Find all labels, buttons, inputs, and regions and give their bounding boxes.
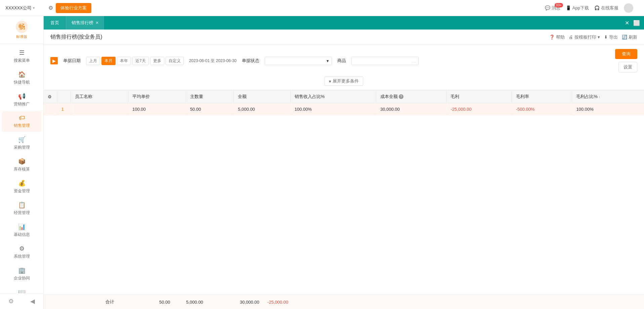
footer-label: 合计 [101,298,128,306]
expand-label: 展开更多条件 [333,78,359,84]
window-close-icon[interactable]: ✕ [624,18,631,28]
window-maximize-icon[interactable]: ⬜ [632,18,641,28]
sales-icon: 🏷 [19,114,25,121]
expand-conditions-btn[interactable]: ▾ 展开更多条件 [325,76,363,86]
sidebar-item-finance[interactable]: 💰 资金管理 [2,176,41,197]
content-area: 首页 销售排行榜 ✕ ✕ ⬜ 销售排行榜(按业务员) ❓ 帮助 [44,16,644,309]
basic-icon: 📊 [18,223,26,230]
more-btn[interactable]: ... [412,58,416,63]
sidebar-item-label: 销售管理 [14,123,30,128]
expand-row: ▾ 展开更多条件 [50,74,637,86]
date-btn-more[interactable]: 更多 [150,57,164,65]
footer-empty-rank [75,301,101,303]
message-area[interactable]: 💬 消息 99+ [545,5,560,11]
sales-pct-value: 100.00% [295,107,312,112]
cost-info-icon[interactable]: ? [399,94,403,99]
col-cost-label: 成本全额 [380,94,398,100]
sidebar-item-operation[interactable]: 📋 经营管理 [2,198,41,219]
export-icon: ⬇ [604,35,608,40]
filter-row-main: ▶ 单据日期 上月 本月 本年 近7天 更多 自定义 2023-06-01 至 … [50,49,637,72]
col-settings[interactable]: ⚙ [44,90,57,103]
sidebar-collapse-icon[interactable]: ◀ [29,296,36,306]
tab-bar: 首页 销售排行榜 ✕ ✕ ⬜ [44,16,644,30]
col-staff-label: 员工名称 [75,94,92,99]
sidebar-item-label: 经营管理 [14,210,30,216]
date-btn-this-year[interactable]: 本年 [117,57,131,65]
page-header: 销售排行榜(按业务员) ❓ 帮助 🖨 按模板打印 ▾ ⬇ 导出 [44,30,644,45]
sidebar-item-label: 基础信息 [14,232,30,238]
sidebar-item-label: 采购管理 [14,145,30,150]
refresh-btn[interactable]: 🔄 刷新 [622,34,637,40]
page-title: 销售排行榜(按业务员) [50,34,102,41]
sidebar-item-label: 系统管理 [14,254,30,259]
sidebar-item-enterprise[interactable]: 🏢 企业协同 [2,263,41,285]
export-label: 导出 [609,34,618,40]
sidebar-item-search[interactable]: ☰ 搜索菜单 [2,46,41,67]
tab-close-icon[interactable]: ✕ [95,20,99,25]
sidebar-item-basic[interactable]: 📊 基础信息 [2,220,41,241]
sidebar-logo: 畅 标准版 [0,16,43,44]
sidebar-item-marketing[interactable]: 📢 营销推广 [2,89,41,110]
date-btn-last-month[interactable]: 上月 [86,57,100,65]
col-gross-margin: 毛利率 [512,90,572,103]
help-btn[interactable]: ❓ 帮助 [549,34,565,40]
setting-button[interactable]: 设置 [618,62,637,72]
goods-filter-label: 商品 [337,58,346,64]
date-btn-7days[interactable]: 近7天 [132,57,149,65]
top-header: XXXXXX公司 ▾ ⚙ 体验行业方案 💬 消息 99+ 📱 App下载 🎧 在… [0,0,644,16]
sidebar-item-sales[interactable]: 🏷 销售管理 [2,111,41,132]
date-btn-custom[interactable]: 自定义 [166,57,184,65]
main-layout: 畅 标准版 ☰ 搜索菜单 🏠 快捷导航 📢 营销推广 🏷 销售管理 🛒 [0,16,644,309]
tab-sales-rank[interactable]: 销售排行榜 ✕ [66,16,104,30]
company-selector[interactable]: XXXXXX公司 ▾ [5,5,46,11]
top-right-actions: 💬 消息 99+ 📱 App下载 🎧 在线客服 [545,3,639,13]
sidebar-item-purchase[interactable]: 🛒 采购管理 [2,133,41,154]
logo-icon: 畅 [15,20,29,34]
gross-pct-value: 100.00% [576,107,593,112]
sidebar-item-shortcut[interactable]: 🏠 快捷导航 [2,67,41,89]
sidebar-item-system[interactable]: ⚙ 系统管理 [2,242,41,263]
help-icon: ❓ [549,35,555,40]
print-btn[interactable]: 🖨 按模板打印 ▾ [569,34,600,40]
headset-icon: 🎧 [594,5,600,10]
system-icon: ⚙ [19,245,25,252]
user-avatar[interactable] [624,3,633,13]
sidebar: 畅 标准版 ☰ 搜索菜单 🏠 快捷导航 📢 营销推广 🏷 销售管理 🛒 [0,16,44,309]
amount-value: 5,000.00 [238,107,255,112]
trial-button[interactable]: 体验行业方案 [56,3,91,13]
sidebar-settings-icon[interactable]: ⚙ [7,296,15,306]
export-btn[interactable]: ⬇ 导出 [604,34,618,40]
tab-home[interactable]: 首页 [44,16,66,30]
gross-margin-value: -500.00% [516,107,535,112]
print-icon: 🖨 [569,35,573,40]
app-download-label: App下载 [572,5,589,11]
online-service-btn[interactable]: 🎧 在线客服 [594,5,618,11]
settings-icon: ⚙ [48,94,52,99]
footer-cost-amount: 30,000.00 [236,298,263,306]
col-rank [57,90,71,103]
sort-icon[interactable]: ↕ [599,95,600,99]
col-sales-pct-label: 销售收入占比% [295,94,325,99]
sidebar-item-inventory[interactable]: 📦 库存核算 [2,154,41,175]
sales-rank-table: ⚙ 员工名称 平均单价 主数量 [44,90,644,115]
message-badge: 99+ [555,3,563,7]
tab-actions: ✕ ⬜ [624,16,644,30]
col-gross-profit: 毛利 [446,90,512,103]
settings-icon[interactable]: ⚙ [48,5,53,11]
col-qty-label: 主数量 [190,94,203,99]
date-btn-this-month[interactable]: 本月 [101,57,116,65]
online-service-label: 在线客服 [601,5,618,11]
filter-expand-toggle[interactable]: ▶ [50,57,58,64]
cell-amount: 5,000.00 [234,103,290,115]
query-button[interactable]: 查询 [615,49,637,59]
goods-select[interactable]: ... [351,57,419,65]
sidebar-item-guide[interactable]: 📖 新手引导 [2,285,41,293]
status-filter-label: 单据状态 [242,58,259,64]
footer-gross-margin [292,301,319,303]
app-download-btn[interactable]: 📱 App下载 [566,5,589,11]
footer-main-qty: 50.00 [155,298,182,306]
col-avg-label: 平均单价 [132,94,150,99]
status-select[interactable]: ▾ [265,57,332,65]
tab-home-label: 首页 [50,20,59,26]
operation-icon: 📋 [18,201,26,209]
